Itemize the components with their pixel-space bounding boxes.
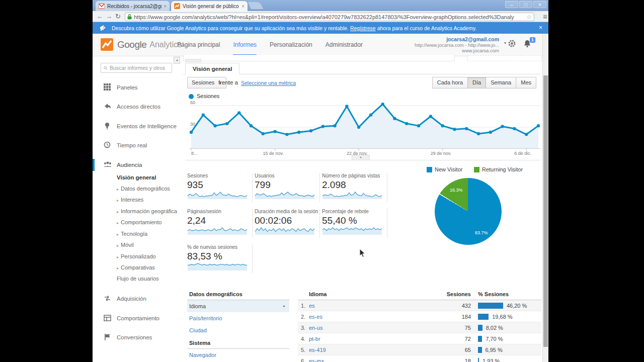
tab-close-icon[interactable]: × (164, 4, 167, 9)
sidebar-item-flujo-de-usuarios[interactable]: Flujo de usuarios (117, 276, 159, 282)
demo-link-país-territorio[interactable]: País/territorio (187, 312, 289, 324)
sidebar-item-paneles[interactable]: Paneles (93, 81, 181, 94)
chevron-right-icon: ▸ (117, 187, 119, 192)
brand-google: Google (117, 39, 146, 50)
behavior-icon (104, 314, 112, 322)
tab-vision-general[interactable]: Visión general (185, 63, 239, 74)
gear-icon[interactable] (508, 39, 516, 48)
chevron-right-icon: ▸ (117, 221, 119, 225)
sidebar-search[interactable] (101, 63, 172, 73)
tab-analytics[interactable]: Visión general de público × (171, 1, 248, 11)
sidebar-collapse-icon[interactable]: ◂ (174, 57, 180, 64)
col-pct-sesiones[interactable]: % Sesiones (471, 291, 541, 297)
y-tick-label: 60 (190, 100, 195, 105)
granularity-cada-hora[interactable]: Cada hora (432, 77, 468, 88)
demo-link-ciudad[interactable]: Ciudad (187, 324, 289, 336)
new-tab-button[interactable] (248, 2, 264, 9)
sidebar-item-comportamiento[interactable]: Comportamiento (93, 312, 181, 324)
sidebar-item-accesos-directos[interactable]: Accesos directos (93, 101, 181, 113)
demo-link-idioma[interactable]: Idioma▸ (187, 300, 289, 312)
account-email: jocarsa2@gmail.com (415, 37, 499, 42)
notification-badge: 1 (530, 37, 535, 43)
metric-card-6[interactable]: Porcentaje de rebote55,40 % (322, 209, 387, 238)
close-button[interactable]: × (533, 1, 546, 8)
page-scrollbar[interactable] (542, 34, 548, 362)
language-link[interactable]: es-419 (309, 347, 429, 353)
metric-card-2[interactable]: Usuarios799 (255, 173, 320, 202)
account-info[interactable]: jocarsa2@gmail.com http://www.jocarsa.co… (415, 37, 499, 53)
metric-card-4[interactable]: Páginas/sesión2,24 (187, 209, 253, 238)
search-input[interactable] (110, 65, 169, 71)
back-button[interactable]: ← (97, 13, 103, 21)
address-bar[interactable]: https://www.google.com/analytics/web/?hl… (125, 13, 534, 21)
section-title: Sistema (187, 338, 289, 349)
sidebar-item-datos-demográficos[interactable]: ▸Datos demográficos (117, 186, 170, 192)
granularity-mes[interactable]: Mes (516, 77, 536, 88)
chrome-menu-icon[interactable]: ≡ (543, 12, 547, 21)
percent-bar (478, 325, 482, 331)
granularity-semana[interactable]: Semana (486, 77, 516, 88)
chart-collapse-handle[interactable]: ▾ (352, 155, 370, 160)
section-title: Datos demográficos (187, 290, 289, 300)
ga-header: Google Analytics Página principalInforme… (93, 34, 542, 56)
scrollbar-thumb[interactable] (543, 75, 548, 347)
sidebar-item-tiempo-real[interactable]: Tiempo real (93, 139, 181, 151)
sidebar-item-audiencia[interactable]: Audiencia (93, 159, 181, 171)
pie-legend-new[interactable]: New Visitor (427, 166, 462, 172)
legend-label: New Visitor (435, 166, 462, 172)
banner-register-link[interactable]: Regístrese (350, 25, 376, 31)
col-idioma[interactable]: Idioma (298, 291, 429, 297)
x-tick-label: 6 de dic. (514, 151, 531, 156)
language-link[interactable]: es (309, 303, 429, 309)
sidebar-item-adquisición[interactable]: Adquisición (93, 293, 181, 305)
sidebar-item-tecnología[interactable]: ▸Tecnología (117, 231, 147, 237)
metric-label: Número de páginas vistas (322, 173, 383, 178)
nav-página-principal[interactable]: Página principal (177, 34, 220, 56)
account-caret-icon[interactable]: ▾ (504, 41, 506, 45)
reload-button[interactable]: ↻ (115, 13, 121, 21)
pie-legend-returning[interactable]: Returning Visitor (474, 166, 523, 172)
banner-close-icon[interactable]: × (539, 24, 542, 31)
metric-label: Duración media de la sesión (255, 209, 315, 214)
select-metric-link[interactable]: Seleccione una métrica (241, 80, 296, 86)
metric-card-1[interactable]: Sesiones935 (187, 173, 253, 202)
nav-administrador[interactable]: Administrador (326, 34, 363, 56)
restore-button[interactable]: □ (519, 1, 532, 8)
sidebar-item-información-geográfica[interactable]: ▸Información geográfica (117, 208, 177, 214)
sidebar-item-intereses[interactable]: ▸Intereses (117, 197, 143, 203)
sidebar-item-comportamiento[interactable]: ▸Comportamiento (117, 219, 162, 225)
metric-card-7[interactable]: % de nuevas sesiones83,53 % (187, 244, 253, 274)
bookmark-star-icon[interactable]: ☆ (526, 14, 532, 21)
series-legend-dot (189, 94, 194, 99)
sidebar-item-móvil[interactable]: ▸Móvil (117, 242, 134, 248)
metric-value: 55,40 % (322, 215, 383, 226)
row-rank: 4. (298, 336, 309, 342)
report-header-remnant (185, 59, 201, 62)
sidebar-item-conversiones[interactable]: Conversiones (93, 331, 181, 343)
sidebar-item-comparativas[interactable]: ▸Comparativas (117, 264, 155, 270)
visitor-type-pie-chart[interactable] (435, 178, 502, 245)
sidebar-item-label: Tiempo real (117, 142, 147, 148)
granularity-día[interactable]: Día (467, 77, 486, 88)
demo-link-navegador[interactable]: Navegador (187, 349, 289, 361)
nav-personalización[interactable]: Personalización (270, 34, 312, 56)
nav-informes[interactable]: Informes (233, 34, 257, 56)
sidebar-item-eventos-de-intelligence[interactable]: Eventos de Intelligence (93, 120, 181, 132)
sidebar-item-vision-general[interactable]: Visión general (117, 174, 156, 180)
metric-card-5[interactable]: Duración media de la sesión00:02:06 (255, 209, 320, 238)
language-link[interactable]: es-es (309, 314, 429, 320)
sessions-line-chart[interactable] (189, 101, 540, 151)
minimize-button[interactable]: – (505, 1, 518, 8)
language-link[interactable]: pt-br (309, 336, 429, 342)
metric-card-3[interactable]: Número de páginas vistas2.098 (322, 173, 387, 202)
col-sesiones[interactable]: Sesiones (429, 291, 471, 297)
tab-close-icon[interactable]: × (242, 4, 245, 9)
percent-value: 7,70 % (486, 336, 503, 342)
tab-gmail[interactable]: Recibidos - jocarsa2@gm... × (96, 1, 170, 11)
sidebar-item-personalizado[interactable]: ▸Personalizado (117, 253, 156, 259)
x-tick-label: 15 de nov. (263, 151, 284, 156)
metric-sparkline (322, 191, 382, 199)
language-link[interactable]: es-mx (309, 358, 429, 362)
language-link[interactable]: en-us (309, 325, 429, 331)
forward-button[interactable]: → (106, 13, 112, 21)
